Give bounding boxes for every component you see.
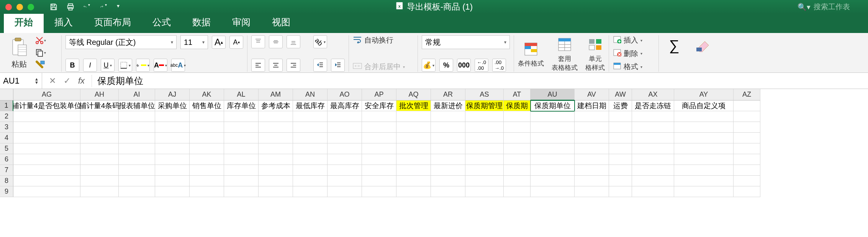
- cell[interactable]: [734, 122, 760, 133]
- align-top-button[interactable]: [251, 35, 265, 48]
- cell[interactable]: [531, 111, 575, 122]
- cell[interactable]: [328, 154, 362, 165]
- cell[interactable]: [224, 133, 259, 143]
- cell[interactable]: 建档日期: [575, 100, 609, 111]
- cell[interactable]: [609, 111, 632, 122]
- cell[interactable]: [293, 165, 328, 176]
- align-bottom-button[interactable]: [287, 35, 300, 48]
- cell[interactable]: [13, 133, 80, 143]
- cell[interactable]: [259, 111, 293, 122]
- cell[interactable]: [609, 122, 632, 133]
- cell[interactable]: [362, 186, 396, 197]
- cell[interactable]: 最低库存: [293, 100, 328, 111]
- cell[interactable]: [328, 143, 362, 154]
- cancel-formula-icon[interactable]: ✕: [49, 76, 56, 86]
- undo-icon[interactable]: ▾: [83, 3, 92, 11]
- cell[interactable]: [155, 122, 190, 133]
- paste-button[interactable]: [8, 36, 31, 58]
- cell[interactable]: 辅计量4条码: [80, 100, 119, 111]
- column-header[interactable]: AG: [13, 89, 80, 100]
- column-header[interactable]: AS: [465, 89, 504, 100]
- font-color-button[interactable]: A: [154, 59, 167, 72]
- cell[interactable]: 采购单位: [155, 100, 190, 111]
- cell[interactable]: [632, 122, 674, 133]
- decrease-font-button[interactable]: A▾: [229, 36, 243, 49]
- column-header[interactable]: AO: [328, 89, 362, 100]
- cell[interactable]: [465, 122, 504, 133]
- cell[interactable]: [465, 143, 504, 154]
- enter-formula-icon[interactable]: ✓: [64, 76, 70, 86]
- cell[interactable]: [674, 176, 734, 186]
- column-header[interactable]: AJ: [155, 89, 190, 100]
- cell[interactable]: [734, 176, 760, 186]
- cell[interactable]: [362, 111, 396, 122]
- cell[interactable]: [609, 165, 632, 176]
- cell[interactable]: [80, 154, 119, 165]
- cell[interactable]: 批次管理: [396, 100, 431, 111]
- cell[interactable]: [328, 111, 362, 122]
- cell[interactable]: [632, 165, 674, 176]
- bold-button[interactable]: B: [66, 59, 79, 72]
- cell[interactable]: [734, 133, 760, 143]
- cell[interactable]: [190, 165, 224, 176]
- cell[interactable]: [119, 154, 155, 165]
- minimize-window-button[interactable]: [16, 4, 23, 10]
- cell[interactable]: 是否走冻链: [632, 100, 674, 111]
- format-cells-button[interactable]: 格式▾: [613, 62, 655, 72]
- cell[interactable]: [504, 111, 531, 122]
- cell[interactable]: 辅计量4是否包装单位: [13, 100, 80, 111]
- tab-insert[interactable]: 插入: [44, 12, 84, 33]
- cell[interactable]: [155, 133, 190, 143]
- cell[interactable]: [328, 186, 362, 197]
- cell[interactable]: [632, 143, 674, 154]
- row-header[interactable]: 8: [0, 176, 13, 186]
- row-header[interactable]: 4: [0, 133, 13, 143]
- comma-button[interactable]: 000: [457, 59, 471, 72]
- cell[interactable]: [396, 165, 431, 176]
- copy-button[interactable]: ▾: [34, 48, 46, 58]
- align-center-button[interactable]: [269, 59, 283, 72]
- cell[interactable]: [674, 154, 734, 165]
- cell[interactable]: [190, 176, 224, 186]
- increase-font-button[interactable]: A▴: [212, 36, 226, 49]
- column-header[interactable]: AR: [431, 89, 465, 100]
- tab-data[interactable]: 数据: [182, 12, 221, 33]
- cell[interactable]: [674, 165, 734, 176]
- cell[interactable]: [531, 122, 575, 133]
- cell[interactable]: 最新进价: [431, 100, 465, 111]
- font-size-combo[interactable]: 11▾: [180, 35, 208, 49]
- cell[interactable]: [80, 133, 119, 143]
- cell[interactable]: [734, 143, 760, 154]
- cell[interactable]: [396, 122, 431, 133]
- cell[interactable]: [575, 111, 609, 122]
- cell[interactable]: [224, 143, 259, 154]
- cell[interactable]: [431, 143, 465, 154]
- cell[interactable]: [431, 111, 465, 122]
- cut-button[interactable]: ▾: [34, 35, 46, 45]
- row-header[interactable]: 3: [0, 122, 13, 133]
- column-header[interactable]: AW: [609, 89, 632, 100]
- cell[interactable]: [362, 176, 396, 186]
- align-left-button[interactable]: [251, 59, 265, 72]
- cell[interactable]: [259, 154, 293, 165]
- cell[interactable]: 库存单位: [224, 100, 259, 111]
- row-header[interactable]: 2: [0, 111, 13, 122]
- cell[interactable]: [609, 143, 632, 154]
- row-header[interactable]: 5: [0, 143, 13, 154]
- cell[interactable]: [575, 165, 609, 176]
- cell[interactable]: [80, 186, 119, 197]
- column-header[interactable]: AN: [293, 89, 328, 100]
- cell[interactable]: [396, 143, 431, 154]
- cell[interactable]: [431, 176, 465, 186]
- cell[interactable]: [362, 165, 396, 176]
- cell[interactable]: [674, 133, 734, 143]
- qat-customize-icon[interactable]: ▾: [117, 3, 125, 11]
- cell[interactable]: [224, 165, 259, 176]
- cell[interactable]: [575, 133, 609, 143]
- cell[interactable]: [155, 111, 190, 122]
- cell[interactable]: [119, 165, 155, 176]
- merge-center-button[interactable]: 合并后居中 ▾: [353, 62, 414, 72]
- cell[interactable]: [80, 111, 119, 122]
- cell[interactable]: [259, 186, 293, 197]
- cell[interactable]: [80, 143, 119, 154]
